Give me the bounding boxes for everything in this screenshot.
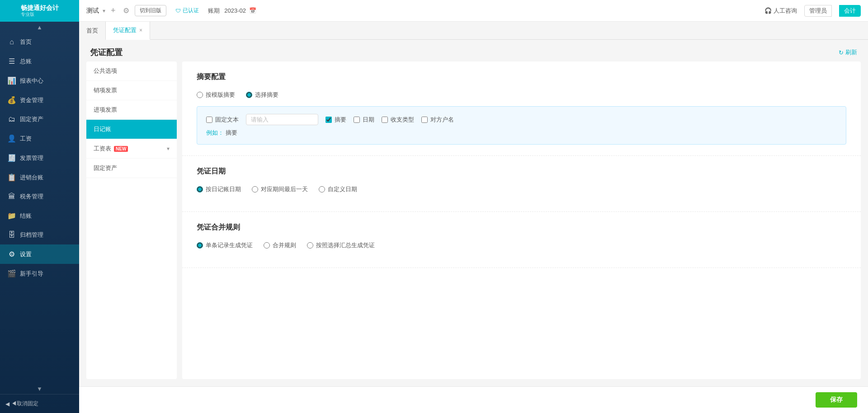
nav-item-purchase-invoice[interactable]: 进项发票 — [86, 100, 177, 120]
cancel-fixed-icon: ◀ — [5, 401, 9, 407]
payment-type-checkbox-label[interactable]: 收支类型 — [382, 116, 414, 124]
radio-select[interactable] — [246, 92, 252, 98]
fixed-text-checkbox-label[interactable]: 固定文本 — [206, 116, 239, 124]
old-version-button[interactable]: 切到旧版 — [135, 5, 166, 16]
sidebar-item-label: 报表中心 — [20, 77, 43, 85]
tab-home-label: 首页 — [86, 27, 98, 35]
sidebar-item-label: 资金管理 — [20, 96, 43, 104]
sidebar-item-label: 工资 — [20, 135, 32, 143]
nav-item-public[interactable]: 公共选项 — [86, 61, 177, 81]
counterparty-checkbox[interactable] — [421, 117, 428, 123]
sidebar-item-guide[interactable]: 🎬 新手引导 — [0, 264, 79, 283]
radio-select-merge[interactable] — [307, 242, 313, 249]
cancel-fixed-label: ◀取消固定 — [11, 400, 38, 408]
radio-single-text: 单条记录生成凭证 — [206, 241, 253, 249]
payment-type-checkbox[interactable] — [382, 117, 388, 123]
radio-period-last-text: 对应期间最后一天 — [261, 185, 308, 193]
sidebar-item-archive[interactable]: 🗄 归档管理 — [0, 225, 79, 244]
app-logo: 畅捷通好会计 专业版 — [0, 0, 79, 22]
sidebar-scroll-down[interactable]: ▼ — [0, 383, 79, 394]
tab-close-icon[interactable]: × — [139, 27, 142, 33]
radio-template[interactable] — [197, 92, 203, 98]
period-label: 账期 2023-02 📅 — [208, 7, 257, 15]
topbar: 测试 ▾ + ⚙ 切到旧版 🛡 已认证 账期 2023-02 📅 🎧 人工咨询 … — [79, 0, 868, 22]
fixed-text-label: 固定文本 — [215, 116, 239, 124]
sidebar-item-label: 归档管理 — [20, 231, 43, 239]
summary-checkbox-label[interactable]: 摘要 — [326, 116, 346, 124]
payment-type-label: 收支类型 — [391, 116, 414, 124]
fixed-text-input[interactable] — [246, 114, 318, 125]
radio-merge-rule[interactable] — [264, 242, 270, 249]
radio-period-last-label[interactable]: 对应期间最后一天 — [252, 185, 308, 193]
radio-merge-rule-label[interactable]: 合并规则 — [264, 241, 296, 249]
content-header: 凭证配置 ↻ 刷新 — [79, 40, 868, 61]
sidebar-item-home[interactable]: ⌂ 首页 — [0, 33, 79, 52]
sidebar-item-ledger[interactable]: ☰ 总账 — [0, 52, 79, 71]
tab-home[interactable]: 首页 — [79, 22, 106, 40]
summary-config-box: 固定文本 摘要 日期 — [197, 106, 846, 145]
sidebar-item-label: 设置 — [20, 250, 32, 258]
nav-item-payslip[interactable]: 工资表 NEW ▾ — [86, 139, 177, 159]
settings-icon: ⚙ — [7, 250, 16, 258]
purchase-icon: 📋 — [7, 173, 16, 182]
radio-select-text: 选择摘要 — [255, 91, 278, 99]
sidebar-item-label: 首页 — [20, 38, 32, 46]
sidebar-item-payroll[interactable]: 👤 工资 — [0, 129, 79, 148]
date-checkbox[interactable] — [354, 117, 360, 123]
radio-custom-date[interactable] — [319, 186, 325, 192]
radio-journal-date[interactable] — [197, 186, 203, 192]
radio-journal-date-label[interactable]: 按日记账日期 — [197, 185, 241, 193]
radio-period-last[interactable] — [252, 186, 258, 192]
gear-icon[interactable]: ⚙ — [123, 6, 129, 15]
fixed-text-checkbox[interactable] — [206, 117, 212, 123]
sidebar-item-settings[interactable]: ⚙ 设置 — [0, 244, 79, 264]
admin-button[interactable]: 管理员 — [804, 5, 832, 17]
tab-voucher-config[interactable]: 凭证配置 × — [106, 22, 150, 40]
radio-select-label[interactable]: 选择摘要 — [246, 91, 278, 99]
sidebar-item-label: 固定资产 — [20, 115, 43, 123]
topbar-right: 🎧 人工咨询 管理员 会计 — [764, 5, 861, 17]
topbar-left: 测试 ▾ + ⚙ 切到旧版 🛡 已认证 账期 2023-02 📅 — [86, 5, 764, 16]
ledger-icon: ☰ — [7, 57, 16, 66]
counterparty-checkbox-label[interactable]: 对方户名 — [421, 116, 454, 124]
nav-item-fixed-assets[interactable]: 固定资产 — [86, 159, 177, 178]
summary-config-row: 固定文本 摘要 日期 — [206, 114, 837, 125]
sidebar-item-purchase[interactable]: 📋 进销台账 — [0, 168, 79, 187]
sidebar-item-label: 总账 — [20, 57, 32, 66]
content-body: 公共选项 销项发票 进项发票 日记账 工资表 NEW ▾ — [79, 61, 868, 386]
new-badge: NEW — [114, 146, 128, 152]
nav-item-sales-invoice[interactable]: 销项发票 — [86, 81, 177, 100]
example-text: 例如： 摘要 — [206, 129, 837, 137]
sidebar-item-funds[interactable]: 💰 资金管理 — [0, 90, 79, 110]
radio-select-merge-label[interactable]: 按照选择汇总生成凭证 — [307, 241, 375, 249]
sidebar-item-reports[interactable]: 📊 报表中心 — [0, 71, 79, 90]
sidebar-item-settlement[interactable]: 📁 结账 — [0, 206, 79, 225]
guide-icon: 🎬 — [7, 269, 16, 278]
sidebar-item-assets[interactable]: 🗂 固定资产 — [0, 110, 79, 129]
date-checkbox-label[interactable]: 日期 — [354, 116, 374, 124]
summary-checkbox[interactable] — [326, 117, 332, 123]
nav-item-journal[interactable]: 日记账 — [86, 120, 177, 139]
accountant-button[interactable]: 会计 — [839, 5, 861, 17]
example-value: 摘要 — [226, 129, 237, 136]
project-chevron-icon[interactable]: ▾ — [103, 8, 105, 14]
sidebar-item-label: 进销台账 — [20, 174, 43, 182]
logo-text: 畅捷通好会计 — [21, 4, 59, 12]
main-wrapper: 测试 ▾ + ⚙ 切到旧版 🛡 已认证 账期 2023-02 📅 🎧 人工咨询 … — [79, 0, 868, 413]
sidebar-scroll-up[interactable]: ▲ — [0, 22, 79, 33]
radio-single-label[interactable]: 单条记录生成凭证 — [197, 241, 253, 249]
support-button[interactable]: 🎧 人工咨询 — [764, 7, 797, 15]
radio-select-merge-text: 按照选择汇总生成凭证 — [316, 241, 375, 249]
sidebar-item-invoice[interactable]: 🧾 发票管理 — [0, 148, 79, 168]
radio-template-label[interactable]: 按模版摘要 — [197, 91, 235, 99]
date-section: 凭证日期 按日记账日期 对应期间最后一天 自定义日期 — [182, 156, 861, 212]
refresh-button[interactable]: ↻ 刷新 — [839, 48, 857, 56]
sidebar-nav: ⌂ 首页 ☰ 总账 📊 报表中心 💰 资金管理 🗂 固定资产 👤 工资 🧾 发票… — [0, 33, 79, 383]
add-button[interactable]: + — [111, 6, 116, 15]
radio-single[interactable] — [197, 242, 203, 249]
radio-custom-date-label[interactable]: 自定义日期 — [319, 185, 357, 193]
summary-radio-group: 按模版摘要 选择摘要 — [197, 91, 846, 99]
sidebar-item-tax[interactable]: 🏛 税务管理 — [0, 187, 79, 206]
save-button[interactable]: 保存 — [816, 392, 857, 408]
cancel-fixed-button[interactable]: ◀ ◀取消固定 — [5, 398, 74, 409]
